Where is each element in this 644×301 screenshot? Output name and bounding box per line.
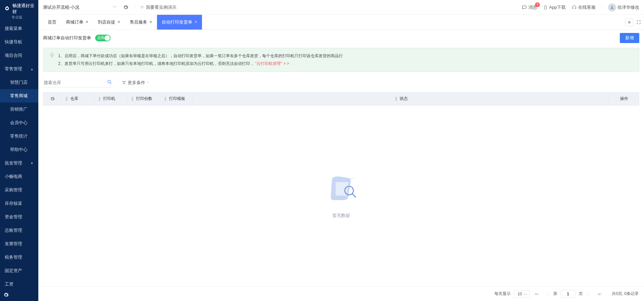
topbar: 测试分开流程-小况 ﹀ ☞ 我要看实例演示 消息 9 xyxy=(38,0,644,15)
page-toolbar: 商城订单自动打印发货单 启用 新增 xyxy=(38,30,644,46)
cloud-printer-link[interactable]: "云打印机管理" > > xyxy=(255,61,289,66)
sidebar-item[interactable]: 批发管理▼ xyxy=(0,156,38,170)
brand-edition: 专业版 xyxy=(0,15,38,22)
fullscreen-icon[interactable] xyxy=(635,18,643,26)
info-banner: 1、启用后，商城下单付款成功后（如果有审核是在审核之后），自动打印发货单，如果一… xyxy=(43,48,639,72)
sidebar-item[interactable]: 工资 xyxy=(0,277,38,289)
sidebar-item[interactable]: 快捷导航 xyxy=(0,35,38,49)
project-settings-icon[interactable] xyxy=(123,5,128,10)
column-settings-button[interactable] xyxy=(43,92,62,105)
sidebar-item[interactable]: 库存核算 xyxy=(0,197,38,210)
sidebar-item[interactable]: 采购管理 xyxy=(0,183,38,197)
sidebar-item[interactable]: 零售统计 xyxy=(0,129,38,143)
support-button[interactable]: 在线客服 xyxy=(572,4,596,10)
brand-icon xyxy=(3,5,11,12)
sidebar-item[interactable]: 零售管理▲ xyxy=(0,62,38,76)
col-warehouse[interactable]: ▲▼仓库 xyxy=(62,92,94,105)
sidebar-item[interactable]: 发票管理 xyxy=(0,237,38,251)
svg-rect-1 xyxy=(545,5,547,9)
sidebar-item[interactable]: 税务管理 xyxy=(0,251,38,264)
phone-icon xyxy=(543,5,548,10)
page-prefix: 第 xyxy=(553,291,557,297)
switch-text: 启用 xyxy=(97,35,105,40)
close-icon[interactable]: ✕ xyxy=(117,20,120,24)
sort-icon: ▲▼ xyxy=(395,96,398,102)
table-header: ▲▼仓库 ▲▼打印机 ▲▼打印份数 ▲▼打印模板 ▲▼状态 操作 xyxy=(43,92,639,106)
sidebar: 畅捷通好业财 专业版 搜索菜单快捷导航项目合同零售管理▲智慧门店零售商城营销推广… xyxy=(0,0,38,301)
user-menu[interactable]: 徐泽华修改 xyxy=(608,3,639,11)
tab-label: 商城订单 xyxy=(66,19,83,25)
new-button[interactable]: 新增 xyxy=(620,33,639,43)
project-select[interactable]: 测试分开流程-小况 ﹀ xyxy=(43,4,117,10)
tab[interactable]: 售后服务✕ xyxy=(125,15,157,30)
empty-text: 暂无数据 xyxy=(332,213,350,219)
sort-icon: ▲▼ xyxy=(131,96,134,102)
sidebar-item-label: 库存核算 xyxy=(5,200,22,206)
main: 测试分开流程-小况 ﹀ ☞ 我要看实例演示 消息 9 xyxy=(38,0,644,301)
sidebar-item-label: 智慧门店 xyxy=(10,79,28,85)
sidebar-settings[interactable] xyxy=(0,289,38,301)
prev-page-button[interactable]: 〈 xyxy=(543,290,550,297)
col-template[interactable]: ▲▼打印模板 xyxy=(160,92,193,105)
col-printer[interactable]: ▲▼打印机 xyxy=(94,92,127,105)
sidebar-item[interactable]: 项目合同 xyxy=(0,49,38,62)
close-icon[interactable]: ✕ xyxy=(85,20,88,24)
tab-label: 售后服务 xyxy=(130,19,147,25)
warehouse-search-input[interactable] xyxy=(43,78,114,87)
more-filters-label: 更多条件 xyxy=(128,80,145,86)
last-page-button[interactable]: ⏭ xyxy=(596,291,603,297)
chevron-icon: ▲ xyxy=(30,67,34,71)
filters: 更多条件 ﹀ xyxy=(38,77,644,92)
enable-switch[interactable]: 启用 xyxy=(95,35,111,41)
sidebar-item-label: 零售统计 xyxy=(10,133,28,139)
sidebar-item[interactable]: 会员中心 xyxy=(0,116,38,129)
tab[interactable]: 首页 xyxy=(43,15,61,30)
sidebar-nav: 搜索菜单快捷导航项目合同零售管理▲智慧门店零售商城营销推广会员中心零售统计帮助中… xyxy=(0,22,38,289)
search-icon[interactable] xyxy=(107,79,112,85)
more-filters-button[interactable]: 更多条件 ﹀ xyxy=(122,80,150,86)
app-download-button[interactable]: App下载 xyxy=(543,4,566,10)
user-name: 徐泽华修改 xyxy=(617,4,639,10)
chevron-icon: ▼ xyxy=(30,161,34,165)
brand-name: 畅捷通好业财 xyxy=(12,3,35,15)
first-page-button[interactable]: ⏮ xyxy=(533,291,540,297)
sort-icon: ▲▼ xyxy=(164,96,167,102)
sidebar-item[interactable]: 小畅电商 xyxy=(0,170,38,183)
page-input[interactable] xyxy=(561,290,575,298)
messages-button[interactable]: 消息 9 xyxy=(522,4,537,10)
avatar xyxy=(608,3,616,11)
warehouse-search xyxy=(43,78,114,87)
per-page-label: 每页显示 xyxy=(494,291,511,297)
sidebar-item[interactable]: 智慧门店 xyxy=(0,76,38,89)
tabs: 首页商城订单✕到店自提✕售后服务✕自动打印发货单✕ ✕ xyxy=(38,15,644,30)
sidebar-item[interactable]: 帮助中心 xyxy=(0,143,38,156)
close-icon[interactable]: ✕ xyxy=(194,20,197,24)
tab[interactable]: 自动打印发货单✕ xyxy=(157,15,202,30)
tab-label: 到店自提 xyxy=(98,19,115,25)
pagination: 每页显示 10 ﹀ ⏮ 〈 第 页 〉 ⏭ 共0页, 0条记录 xyxy=(38,286,644,301)
empty-state: 暂无数据 xyxy=(43,106,639,286)
demo-link-label: 我要看实例演示 xyxy=(146,4,176,10)
col-copies[interactable]: ▲▼打印份数 xyxy=(127,92,160,105)
sidebar-item[interactable]: 零售商城 xyxy=(0,89,38,103)
sidebar-item-label: 搜索菜单 xyxy=(5,26,22,32)
sidebar-item-label: 零售管理 xyxy=(5,66,22,72)
close-icon[interactable]: ✕ xyxy=(149,20,152,24)
sidebar-item[interactable]: 资金管理 xyxy=(0,210,38,224)
tab[interactable]: 商城订单✕ xyxy=(61,15,93,30)
tab-label: 自动打印发货单 xyxy=(162,19,192,25)
next-page-button[interactable]: 〉 xyxy=(586,290,593,297)
tab[interactable]: 到店自提✕ xyxy=(93,15,125,30)
tab-label: 首页 xyxy=(48,19,56,25)
chevron-down-icon: ﹀ xyxy=(147,80,150,85)
per-page-select[interactable]: 10 ﹀ xyxy=(514,290,530,298)
sidebar-item[interactable]: 固定资产 xyxy=(0,264,38,277)
svg-point-2 xyxy=(611,6,613,7)
sidebar-item[interactable]: 总账管理 xyxy=(0,224,38,237)
col-status[interactable]: ▲▼状态 xyxy=(193,92,609,105)
sidebar-item[interactable]: 营销推广 xyxy=(0,103,38,116)
demo-link[interactable]: ☞ 我要看实例演示 xyxy=(134,4,176,10)
close-all-tabs-button[interactable]: ✕ xyxy=(625,18,633,26)
sidebar-item[interactable]: 搜索菜单 xyxy=(0,22,38,35)
info-line-1: 1、启用后，商城下单付款成功后（如果有审核是在审核之后），自动打印发货单，如果一… xyxy=(58,52,343,60)
